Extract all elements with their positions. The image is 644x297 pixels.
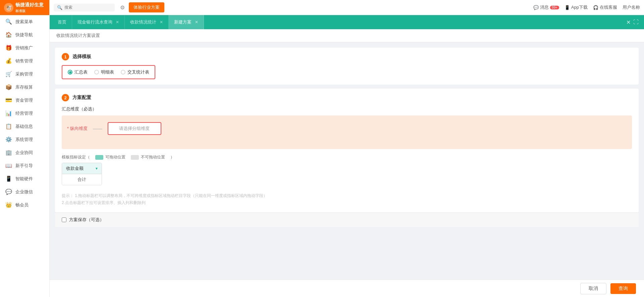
gear-icon[interactable]: ⚙ [120,4,125,11]
sidebar-item-purchase[interactable]: 🛒 采购管理 [0,67,49,81]
sidebar-item-basic[interactable]: 📋 基础信息 [0,120,49,133]
radio-summary[interactable]: 汇总表 [68,69,88,75]
radio-summary-circle [68,70,72,75]
radio-detail-circle [94,70,99,75]
hint-section: 提示： 1.拖动标题栏可以调整布局，不可跨维度或指标区域拖动栏目字段（只能在同一… [62,193,632,206]
sidebar-label-guide: 新手引导 [15,163,33,169]
sidebar-item-operation[interactable]: 📊 经营管理 [0,107,49,120]
sidebar-logo: 🐮 畅捷通好生意 标准版 [0,0,49,15]
notification-item[interactable]: 💬 消息 99+ [533,4,559,10]
logo-icon: 🐮 [4,3,13,12]
metric-body: 合计 [62,174,102,185]
sidebar-label-wechat: 企业微信 [15,189,33,195]
sidebar-item-system[interactable]: ⚙️ 系统管理 [0,133,49,146]
service-icon: 🎧 [593,5,598,10]
tab-collect-stat-close-icon[interactable]: ✕ [160,20,163,24]
radio-cross-circle [121,70,125,75]
query-button[interactable]: 查询 [610,283,636,294]
save-label: 方案保存（可选） [69,217,104,223]
logo-name: 畅捷通好生意 [15,2,44,8]
corp-icon: 🏢 [5,149,12,156]
fixed-legend-label: 不可拖动位置 [141,154,165,160]
operation-icon: 📊 [5,110,12,116]
notification-badge: 99+ [550,6,559,9]
sidebar-label-purchase: 采购管理 [15,71,33,77]
sidebar-item-hardware[interactable]: 📱 智能硬件 [0,172,49,185]
hint-row-2: 2.点击标题栏下拉可设置排序、插入列和删除列 [62,200,632,206]
tab-new-plan-close-icon[interactable]: ✕ [195,20,198,24]
fixed-legend-item: 不可拖动位置 [131,154,165,160]
movable-legend-item: 可拖动位置 [95,154,125,160]
sidebar-item-marketing[interactable]: 🎁 营销推广 [0,41,49,54]
metric-header-label: 收款金额 [66,165,84,171]
sidebar-label-inventory: 库存核算 [15,84,33,90]
dimension-arrow-icon: —— [93,126,102,131]
system-icon: ⚙️ [5,136,12,143]
basic-icon: 📋 [5,123,12,130]
sales-icon: 💰 [5,58,12,64]
tab-actions: ✕ ⛶ [626,19,641,26]
guide-icon: 📖 [5,162,12,169]
main-content: 收款情况统计方案设置 1 选择模板 汇总表 明细表 [50,29,644,297]
sidebar-item-sales[interactable]: 💰 销售管理 [0,54,49,67]
cancel-button[interactable]: 取消 [580,283,606,294]
tab-home-label: 首页 [58,19,66,25]
radio-detail[interactable]: 明细表 [94,69,114,75]
sidebar-item-wechat[interactable]: 💬 企业微信 [0,185,49,198]
online-service-label: 在线客服 [600,4,617,10]
fixed-legend-dot [131,155,139,160]
bottom-bar: 取消 查询 [50,280,644,297]
sidebar-item-member[interactable]: 👑 畅会员 [0,198,49,211]
radio-cross[interactable]: 交叉统计表 [121,69,149,75]
nav-tabs: 首页 现金银行流水查询 ✕ 收款情况统计 ✕ 新建方案 ✕ ✕ ⛶ [50,15,644,29]
indicator-settings-end: ） [170,154,174,160]
industry-btn[interactable]: 体验行业方案 [129,2,164,12]
movable-legend-dot [95,155,103,160]
app-download-item[interactable]: 📱 App下载 [565,4,588,10]
topbar-right: 💬 消息 99+ 📱 App下载 🎧 在线客服 用户名称 [533,4,640,10]
step2-title: 方案配置 [72,95,91,101]
indicator-settings-label: 模板指标设定（ [62,154,90,160]
sidebar-item-corp[interactable]: 🏢 企业协同 [0,146,49,159]
save-checkbox[interactable] [62,217,66,222]
sidebar-label-search-menu: 搜索菜单 [15,19,33,25]
template-box: 汇总表 明细表 交叉统计表 [62,65,155,79]
dimension-area: * 纵向维度 —— 请选择分组维度 [62,115,632,149]
tab-home[interactable]: 首页 [52,15,72,29]
notification-icon: 💬 [533,5,539,10]
sidebar-item-quick-nav[interactable]: 🏠 快捷导航 [0,28,49,41]
tab-expand-icon[interactable]: ⛶ [633,19,639,26]
member-icon: 👑 [5,202,12,208]
notification-label: 消息 [540,4,549,10]
hardware-icon: 📱 [5,176,12,182]
search-icon: 🔍 [57,5,62,10]
tab-cash-flow[interactable]: 现金银行流水查询 ✕ [72,15,125,29]
search-input[interactable] [64,5,111,10]
metric-header[interactable]: 收款金额 ▾ [62,163,102,174]
search-box[interactable]: 🔍 [54,4,115,11]
sidebar: 🐮 畅捷通好生意 标准版 🔍 搜索菜单 🏠 快捷导航 🎁 营销推广 💰 销售管理… [0,0,50,297]
sidebar-item-finance[interactable]: 💳 资金管理 [0,94,49,107]
dimension-row: * 纵向维度 —— 请选择分组维度 [67,122,627,135]
save-area: 方案保存（可选） [55,212,639,227]
tab-new-plan[interactable]: 新建方案 ✕ [169,15,204,29]
online-service-item[interactable]: 🎧 在线客服 [593,4,617,10]
metric-dropdown-icon[interactable]: ▾ [96,166,98,171]
tab-collect-stat[interactable]: 收款情况统计 ✕ [125,15,169,29]
tab-cash-flow-close-icon[interactable]: ✕ [116,20,119,24]
tab-close-all-icon[interactable]: ✕ [626,19,631,26]
page-title: 收款情况统计方案设置 [50,29,644,42]
tab-new-plan-label: 新建方案 [174,19,192,25]
sidebar-label-member: 畅会员 [15,202,29,208]
purchase-icon: 🛒 [5,71,12,77]
hint-row-1: 提示： 1.拖动标题栏可以调整布局，不可跨维度或指标区域拖动栏目字段（只能在同一… [62,193,632,199]
wechat-icon: 💬 [5,189,12,195]
movable-legend-label: 可拖动位置 [105,154,125,160]
dimension-selector[interactable]: 请选择分组维度 [108,122,161,135]
sidebar-item-search-menu[interactable]: 🔍 搜索菜单 [0,15,49,28]
vertical-dim-label: * 纵向维度 [67,126,88,132]
sidebar-label-finance: 资金管理 [15,97,33,103]
sidebar-item-guide[interactable]: 📖 新手引导 [0,159,49,172]
sidebar-item-inventory[interactable]: 📦 库存核算 [0,81,49,94]
summary-dim-title: 汇总维度（必选） [62,106,632,112]
